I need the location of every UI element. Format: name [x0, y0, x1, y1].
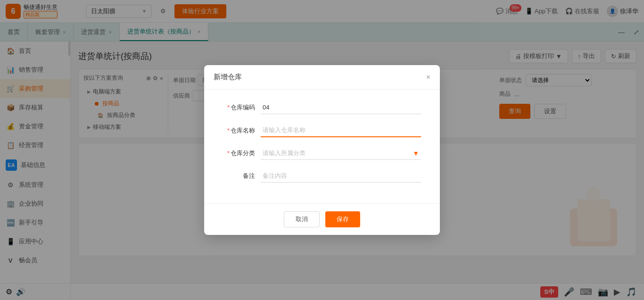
modal: 新增仓库 × 仓库编码 仓库名称 仓库分类 ▼: [204, 65, 440, 235]
modal-footer: 取消 保存: [204, 203, 440, 235]
remark-input[interactable]: [261, 169, 421, 183]
modal-body: 仓库编码 仓库名称 仓库分类 ▼ 备注: [204, 90, 440, 203]
remark-label: 备注: [223, 172, 261, 180]
code-input[interactable]: [261, 101, 421, 114]
modal-overlay: 新增仓库 × 仓库编码 仓库名称 仓库分类 ▼: [0, 0, 644, 300]
form-row-name: 仓库名称: [223, 124, 421, 137]
form-row-remark: 备注: [223, 169, 421, 183]
name-label: 仓库名称: [223, 126, 261, 135]
code-label: 仓库编码: [223, 103, 261, 112]
category-dropdown-arrow: ▼: [413, 150, 419, 157]
save-btn[interactable]: 保存: [325, 211, 360, 227]
modal-title: 新增仓库: [214, 73, 242, 82]
name-input[interactable]: [261, 124, 421, 137]
cancel-btn[interactable]: 取消: [284, 211, 320, 227]
modal-close-btn[interactable]: ×: [426, 73, 430, 82]
category-label: 仓库分类: [223, 149, 261, 158]
modal-header: 新增仓库 ×: [204, 65, 440, 90]
form-row-code: 仓库编码: [223, 101, 421, 114]
form-row-category: 仓库分类 ▼: [223, 147, 421, 160]
category-select-wrapper: ▼: [261, 147, 421, 160]
category-input[interactable]: [261, 147, 421, 160]
